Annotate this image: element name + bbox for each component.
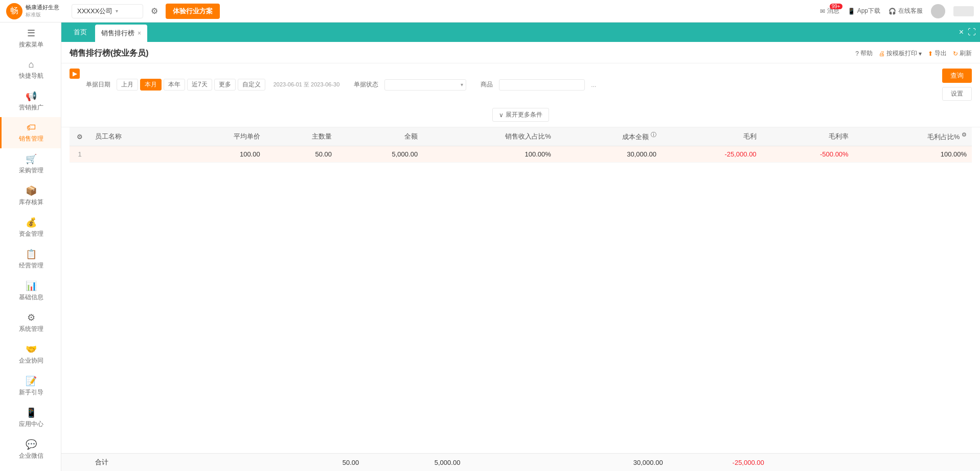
sidebar-item-enterprise-collab[interactable]: 🤝 企业协同 xyxy=(0,339,61,370)
date-btn-more[interactable]: 更多 xyxy=(214,79,236,91)
help-link[interactable]: ? 帮助 xyxy=(855,49,873,58)
col-gross-margin: 毛利率 xyxy=(762,127,854,146)
print-arrow-icon: ▾ xyxy=(919,50,922,57)
col-sales-pct: 销售收入占比% xyxy=(423,127,556,146)
tab-close-button[interactable]: × xyxy=(959,28,964,37)
status-select[interactable] xyxy=(384,79,466,91)
refresh-link[interactable]: ↻ 刷新 xyxy=(953,49,972,58)
user-name xyxy=(953,6,974,16)
sidebar-item-vip-member[interactable]: V 畅会员 xyxy=(0,465,61,471)
new-guide-icon: 📝 xyxy=(26,375,37,387)
close-icon[interactable]: × xyxy=(138,30,141,37)
col-cost-amount: 成本全额 ⓘ xyxy=(556,127,662,146)
sidebar-item-label: 系统管理 xyxy=(19,325,43,333)
sidebar-item-label: 经营管理 xyxy=(19,261,43,270)
sidebar-item-finance[interactable]: 💰 资金管理 xyxy=(0,212,61,243)
message-btn[interactable]: ✉ 消息 99+ xyxy=(820,7,839,15)
sidebar-item-search-order[interactable]: ☰ 搜索菜单 xyxy=(0,23,61,54)
sidebar-item-label: 基础信息 xyxy=(19,293,43,302)
marketing-icon: 📢 xyxy=(26,91,37,102)
settings-button[interactable]: 设置 xyxy=(942,87,972,101)
sidebar-item-label: 快捷导航 xyxy=(19,72,43,80)
page-actions: ? 帮助 🖨 按模板打印 ▾ ⬆ 导出 ↻ 刷新 xyxy=(855,49,972,58)
avatar[interactable] xyxy=(931,4,945,18)
status-filter-label: 单据状态 xyxy=(354,80,378,89)
footer-main-qty: 50.00 xyxy=(258,459,359,466)
right-panel: 查询 设置 xyxy=(942,69,972,101)
content-area: 首页 销售排行榜 × × ⛶ 销售排行榜(按业务员) ? 帮助 xyxy=(61,23,980,471)
footer-total-label: 合计 xyxy=(95,458,108,466)
sidebar-item-basic-info[interactable]: 📊 基础信息 xyxy=(0,275,61,307)
page-title: 销售排行榜(按业务员) xyxy=(70,48,149,59)
tab-sales-ranking[interactable]: 销售排行榜 × xyxy=(95,25,147,42)
settings-icon[interactable]: ⚙ xyxy=(147,4,162,18)
status-select-wrapper xyxy=(384,79,466,91)
expand-label: 展开更多条件 xyxy=(506,110,542,119)
date-btn-current-year[interactable]: 本年 xyxy=(164,79,185,91)
sidebar-item-label: 企业协同 xyxy=(19,356,43,365)
quick-nav-icon: ⌂ xyxy=(29,59,34,70)
top-bar: 畅 畅康通好生意 标准版 XXXXX公司 ▾ ⚙ 体验行业方案 ✉ 消息 99+… xyxy=(0,0,980,23)
expand-conditions-btn[interactable]: ∨ 展开更多条件 xyxy=(492,108,549,122)
col-avg-price: 平均单价 xyxy=(177,127,265,146)
search-order-icon: ☰ xyxy=(27,28,35,39)
main-layout: ☰ 搜索菜单 ⌂ 快捷导航 📢 营销推广 🏷 销售管理 🛒 采购管理 📦 库存核… xyxy=(0,23,980,471)
sidebar-item-marketing[interactable]: 📢 营销推广 xyxy=(0,85,61,117)
date-btn-custom[interactable]: 自定义 xyxy=(238,79,265,91)
page-content: 销售排行榜(按业务员) ? 帮助 🖨 按模板打印 ▾ ⬆ 导出 xyxy=(61,42,980,471)
sidebar-item-new-guide[interactable]: 📝 新手引导 xyxy=(0,370,61,402)
download-icon: 📱 xyxy=(848,8,855,15)
company-selector[interactable]: XXXXX公司 ▾ xyxy=(72,4,143,18)
col-settings: ⚙ xyxy=(70,127,90,146)
footer-amount: 5,000.00 xyxy=(359,459,460,466)
cell-gross-margin: -500.00% xyxy=(762,146,854,163)
goods-input[interactable] xyxy=(499,79,585,91)
app-download-btn[interactable]: 📱 App下载 xyxy=(848,7,880,15)
trial-button[interactable]: 体验行业方案 xyxy=(166,4,220,19)
footer-gross-profit: -25,000.00 xyxy=(663,459,764,466)
logo-text: 畅康通好生意 xyxy=(26,4,59,11)
sidebar-item-enterprise-wechat[interactable]: 💬 企业微信 xyxy=(0,434,61,465)
company-name: XXXXX公司 xyxy=(77,7,112,16)
cell-main-qty: 50.00 xyxy=(265,146,337,163)
cell-sales-pct: 100.00% xyxy=(423,146,556,163)
date-btn-current-month[interactable]: 本月 xyxy=(140,79,162,91)
cell-rank: 1 xyxy=(70,146,90,163)
cell-gross-profit: -25,000.00 xyxy=(662,146,762,163)
sidebar-item-sys-mgmt[interactable]: ⚙ 系统管理 xyxy=(0,307,61,339)
more-filter-link[interactable]: ... xyxy=(591,81,596,88)
sidebar-item-app-center[interactable]: 📱 应用中心 xyxy=(0,402,61,434)
goods-filter-label: 商品 xyxy=(481,80,493,89)
sidebar-item-purchase-mgmt[interactable]: 🛒 采购管理 xyxy=(0,148,61,180)
table-row: 1 100.00 50.00 5,000.00 100.00% 30,000.0… xyxy=(70,146,972,163)
sidebar-item-quick-nav[interactable]: ⌂ 快捷导航 xyxy=(0,54,61,85)
logo-sub: 标准版 xyxy=(26,11,59,18)
cell-name xyxy=(90,146,177,163)
message-icon: ✉ xyxy=(820,8,825,15)
sidebar-item-label: 库存核算 xyxy=(19,198,43,207)
sales-mgmt-icon: 🏷 xyxy=(27,122,36,133)
print-link[interactable]: 🖨 按模板打印 ▾ xyxy=(879,49,922,58)
tab-bar-right: × ⛶ xyxy=(959,28,976,37)
sidebar-item-ops-mgmt[interactable]: 📋 经营管理 xyxy=(0,243,61,275)
query-button[interactable]: 查询 xyxy=(942,69,972,83)
sidebar-item-label: 应用中心 xyxy=(19,420,43,429)
col-name: 员工名称 xyxy=(90,127,177,146)
table-area: ⚙ 员工名称 平均单价 主数量 全额 销售收入占比% 成本全额 ⓘ 毛利 毛利率… xyxy=(61,127,980,453)
inventory-icon: 📦 xyxy=(26,185,37,196)
date-btn-7days[interactable]: 近7天 xyxy=(187,79,212,91)
filter-toggle[interactable]: ▶ xyxy=(70,69,80,79)
print-icon: 🖨 xyxy=(879,50,885,57)
export-link[interactable]: ⬆ 导出 xyxy=(928,49,947,58)
headset-icon: 🎧 xyxy=(888,8,896,15)
sidebar-item-sales-mgmt[interactable]: 🏷 销售管理 xyxy=(0,117,61,148)
ops-mgmt-icon: 📋 xyxy=(26,249,37,260)
date-btn-prev-month[interactable]: 上月 xyxy=(117,79,138,91)
tab-fullscreen-button[interactable]: ⛶ xyxy=(968,28,976,37)
logo-icon: 畅 xyxy=(6,3,22,19)
expand-icon: ∨ xyxy=(499,111,504,119)
tab-home[interactable]: 首页 xyxy=(65,23,95,42)
online-service-btn[interactable]: 🎧 在线客服 xyxy=(888,7,923,15)
logo-area: 畅 畅康通好生意 标准版 xyxy=(6,3,67,19)
sidebar-item-inventory[interactable]: 📦 库存核算 xyxy=(0,180,61,212)
